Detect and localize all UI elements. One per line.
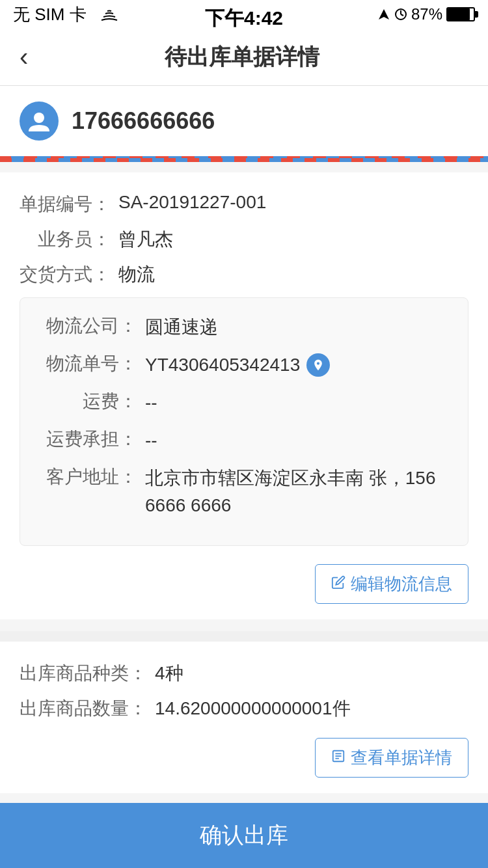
goods-types-label: 出库商品种类： bbox=[20, 661, 147, 686]
address-label: 客户地址： bbox=[40, 465, 137, 489]
section-divider bbox=[0, 631, 488, 642]
edit-logistics-label: 编辑物流信息 bbox=[351, 573, 452, 595]
view-details-button[interactable]: 查看单据详情 bbox=[315, 738, 468, 778]
delivery-row: 交货方式： 物流 bbox=[20, 262, 468, 287]
back-button[interactable]: ‹ bbox=[20, 42, 28, 72]
logistics-tracking-label: 物流单号： bbox=[40, 351, 137, 376]
delivery-value: 物流 bbox=[118, 262, 468, 287]
freight-pay-value: -- bbox=[145, 427, 448, 454]
freight-pay-row: 运费承担： -- bbox=[40, 427, 448, 454]
order-number-label: 单据编号： bbox=[20, 192, 111, 217]
freight-pay-label: 运费承担： bbox=[40, 427, 137, 452]
status-left: 无 SIM 卡 bbox=[13, 3, 118, 26]
status-bar: 无 SIM 卡 下午4:42 87% bbox=[0, 0, 488, 29]
goods-quantity-value: 14.620000000000001件 bbox=[155, 696, 468, 721]
person-icon bbox=[27, 109, 51, 133]
tracking-location-icon[interactable] bbox=[306, 353, 330, 377]
status-right: 87% bbox=[377, 5, 475, 23]
order-number-value: SA-20191227-001 bbox=[118, 192, 468, 213]
customer-phone: 17666666666 bbox=[72, 107, 215, 135]
page-title: 待出库单据详情 bbox=[41, 42, 442, 72]
freight-value: -- bbox=[145, 389, 448, 416]
clock-icon bbox=[394, 8, 407, 21]
svg-point-3 bbox=[34, 113, 44, 123]
battery-percent: 87% bbox=[411, 5, 442, 23]
battery-icon bbox=[446, 7, 475, 21]
view-details-label: 查看单据详情 bbox=[351, 746, 452, 769]
goods-quantity-row: 出库商品数量： 14.620000000000001件 bbox=[20, 696, 468, 721]
confirm-button-label: 确认出库 bbox=[200, 821, 288, 850]
salesman-label: 业务员： bbox=[20, 227, 111, 252]
logistics-card: 物流公司： 圆通速递 物流单号： YT43064053424​13 运费： --… bbox=[20, 297, 468, 546]
avatar bbox=[20, 102, 59, 141]
status-time: 下午4:42 bbox=[205, 5, 283, 32]
document-icon bbox=[331, 749, 346, 767]
address-value: 北京市市辖区海淀区永丰南 张，156 6666 6666 bbox=[145, 465, 448, 519]
freight-row: 运费： -- bbox=[40, 389, 448, 416]
salesman-value: 曾凡杰 bbox=[118, 227, 468, 252]
logistics-company-row: 物流公司： 圆通速递 bbox=[40, 314, 448, 341]
logistics-company-label: 物流公司： bbox=[40, 314, 137, 338]
dashed-divider bbox=[0, 158, 488, 162]
customer-header: 17666666666 bbox=[0, 86, 488, 158]
location-indicator-icon bbox=[377, 8, 390, 21]
salesman-row: 业务员： 曾凡杰 bbox=[20, 227, 468, 252]
goods-types-value: 4种 bbox=[155, 661, 468, 686]
order-number-row: 单据编号： SA-20191227-001 bbox=[20, 192, 468, 217]
goods-quantity-label: 出库商品数量： bbox=[20, 696, 147, 721]
svg-line-2 bbox=[401, 14, 403, 16]
goods-section: 出库商品种类： 4种 出库商品数量： 14.620000000000001件 查… bbox=[0, 642, 488, 793]
edit-logistics-button[interactable]: 编辑物流信息 bbox=[315, 564, 468, 604]
logistics-tracking-value: YT43064053424​13 bbox=[145, 351, 448, 379]
edit-icon bbox=[331, 575, 346, 593]
nav-bar: ‹ 待出库单据详情 bbox=[0, 29, 488, 86]
address-row: 客户地址： 北京市市辖区海淀区永丰南 张，156 6666 6666 bbox=[40, 465, 448, 519]
edit-btn-row: 编辑物流信息 bbox=[20, 558, 468, 606]
order-info-section: 单据编号： SA-20191227-001 业务员： 曾凡杰 交货方式： 物流 … bbox=[0, 172, 488, 619]
goods-types-row: 出库商品种类： 4种 bbox=[20, 661, 468, 686]
logistics-company-value: 圆通速递 bbox=[145, 314, 448, 341]
logistics-tracking-row: 物流单号： YT43064053424​13 bbox=[40, 351, 448, 379]
delivery-label: 交货方式： bbox=[20, 262, 111, 287]
view-btn-row: 查看单据详情 bbox=[20, 731, 468, 780]
freight-label: 运费： bbox=[40, 389, 137, 414]
confirm-button[interactable]: 确认出库 bbox=[0, 803, 488, 868]
